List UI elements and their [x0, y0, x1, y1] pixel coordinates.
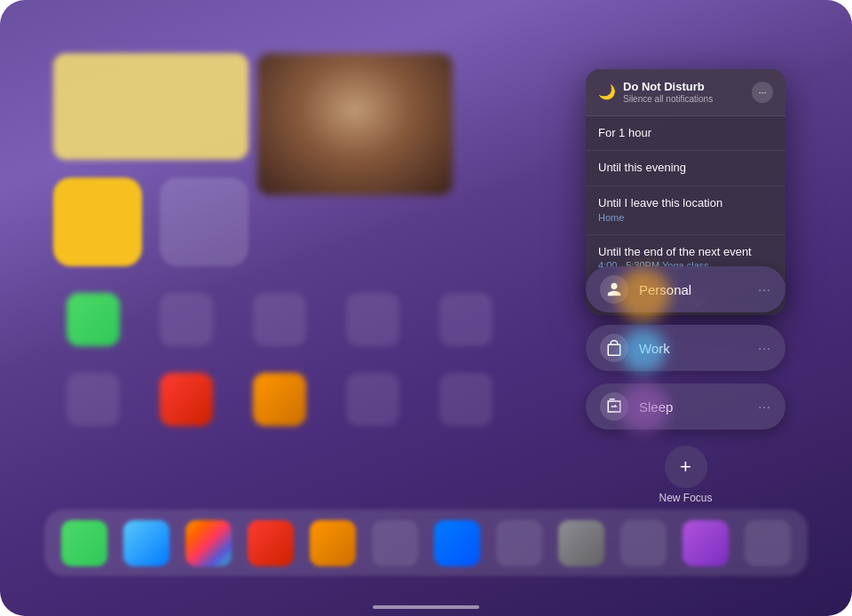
app-icon-7[interactable]	[160, 373, 213, 426]
dnd-header: 🌙 Do Not Disturb Silence all notificatio…	[586, 69, 785, 116]
dock-icon-11[interactable]	[682, 520, 729, 566]
dnd-option-until-leave[interactable]: Until I leave this location Home	[586, 186, 785, 234]
app-row-1	[67, 293, 493, 346]
app-row-2	[67, 373, 493, 426]
app-messages-icon[interactable]	[67, 293, 120, 346]
dock-icon-8[interactable]	[496, 520, 542, 566]
dock-messages[interactable]	[61, 520, 107, 566]
dnd-option-until-leave-text: Until I leave this location	[598, 196, 773, 211]
dock-icon-10[interactable]	[620, 520, 667, 566]
dock	[44, 509, 808, 576]
dnd-option-for-1-hour-text: For 1 hour	[598, 126, 773, 141]
dock-icon-5[interactable]	[310, 520, 356, 566]
home-indicator	[373, 605, 479, 609]
dnd-subtitle: Silence all notifications	[623, 94, 752, 105]
dock-icon-6[interactable]	[372, 520, 418, 566]
dnd-option-for-1-hour[interactable]: For 1 hour	[586, 116, 785, 152]
dnd-more-button[interactable]: ···	[752, 82, 773, 103]
app-icon-4[interactable]	[346, 293, 399, 346]
dnd-option-until-evening[interactable]: Until this evening	[586, 151, 785, 186]
dock-icon-4[interactable]	[248, 520, 294, 566]
dock-icon-2[interactable]	[123, 520, 170, 566]
dnd-option-until-evening-text: Until this evening	[598, 161, 773, 176]
widget-photo	[257, 53, 453, 195]
app-icon-6[interactable]	[67, 373, 120, 426]
widget-small-yellow	[53, 178, 142, 266]
app-icon-9[interactable]	[346, 373, 399, 426]
home-widgets	[53, 53, 515, 320]
new-focus-plus-icon: +	[665, 446, 707, 488]
new-focus-button[interactable]: + New Focus	[659, 446, 712, 504]
new-focus-label: New Focus	[659, 492, 712, 504]
app-icon-2[interactable]	[160, 293, 213, 346]
moon-icon: 🌙	[598, 83, 616, 100]
focus-buttons: Personal ··· Work ··· Sleep ···	[586, 266, 785, 504]
focus-personal-button[interactable]: Personal ···	[586, 266, 785, 312]
dock-settings[interactable]	[558, 520, 604, 566]
dnd-header-text: Do Not Disturb Silence all notifications	[623, 80, 752, 105]
app-icon-10[interactable]	[439, 373, 493, 426]
dnd-option-until-leave-sub: Home	[598, 211, 773, 224]
app-icon-5[interactable]	[439, 293, 493, 346]
sleep-more-button[interactable]: ···	[758, 399, 771, 414]
dnd-title: Do Not Disturb	[623, 80, 752, 94]
focus-sleep-button[interactable]: Sleep ···	[586, 383, 785, 430]
focus-work-button[interactable]: Work ···	[586, 325, 785, 371]
widget-small-green	[160, 178, 248, 266]
work-more-button[interactable]: ···	[758, 341, 771, 355]
dock-icon-12[interactable]	[745, 520, 791, 566]
dnd-option-until-event-text: Until the end of the next event	[598, 245, 773, 260]
personal-more-button[interactable]: ···	[758, 282, 771, 296]
widget-notes	[53, 53, 248, 160]
ipad-screen: 🌙 Do Not Disturb Silence all notificatio…	[0, 0, 852, 616]
app-icon-3[interactable]	[253, 293, 306, 346]
dock-photos[interactable]	[185, 520, 232, 566]
app-icon-8[interactable]	[253, 373, 306, 426]
dock-icon-7[interactable]	[434, 520, 480, 566]
